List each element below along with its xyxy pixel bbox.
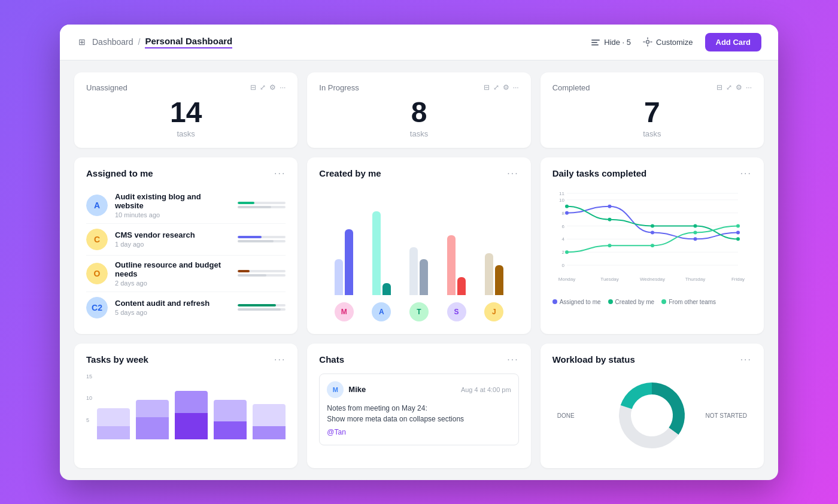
- daily-tasks-card: Daily tasks completed ··· 024681011Monda…: [541, 157, 764, 334]
- task-item: O Outline resource and budget needs 2 da…: [86, 256, 286, 292]
- task-item: C2 Content audit and refresh 5 days ago: [86, 292, 286, 323]
- hide-button[interactable]: Hide · 5: [591, 37, 631, 47]
- svg-point-24: [608, 204, 611, 208]
- svg-point-29: [608, 217, 611, 221]
- breadcrumb-separator: /: [138, 37, 141, 47]
- created-by-me-card: Created by me ··· MATSJ: [307, 157, 530, 334]
- svg-point-33: [565, 250, 569, 254]
- task-avatar-3: C2: [86, 297, 108, 318]
- svg-point-36: [693, 230, 697, 234]
- stat-header-0: Unassigned ⊟ ⤢ ⚙ ···: [86, 83, 286, 92]
- expand-icon-2[interactable]: ⤢: [726, 83, 732, 92]
- more-icon-1[interactable]: ···: [513, 83, 519, 92]
- daily-menu-button[interactable]: ···: [740, 168, 752, 179]
- bar-3-1: [457, 277, 466, 295]
- legend-dot-1: [608, 299, 613, 304]
- filter-icon-0[interactable]: ⊟: [250, 83, 256, 92]
- stacked-bar-4: [253, 404, 286, 439]
- legend-item-1: Created by me: [608, 299, 655, 305]
- created-card-header: Created by me ···: [319, 168, 518, 179]
- task-info-1: CMS vendor research 1 day ago: [115, 230, 230, 248]
- week-card-header: Tasks by week ···: [86, 354, 286, 365]
- progress-fill-top-3: [238, 304, 276, 306]
- svg-text:2: 2: [561, 250, 564, 255]
- chats-menu-button[interactable]: ···: [507, 354, 518, 365]
- customize-button[interactable]: Customize: [643, 37, 693, 47]
- task-list: A Audit existing blog and website 10 min…: [86, 187, 286, 323]
- bar-segment-1-0: [136, 417, 169, 439]
- svg-point-27: [736, 230, 740, 234]
- svg-text:11: 11: [559, 191, 564, 196]
- created-menu-button[interactable]: ···: [507, 168, 518, 179]
- progress-fill-bot-0: [238, 206, 271, 208]
- week-bar-group-4: [253, 404, 286, 439]
- donut-container: DONE NOT STARTED: [552, 374, 752, 457]
- svg-point-32: [736, 237, 740, 241]
- chat-line-1: Notes from meeting on May 24:: [327, 403, 511, 414]
- chart-bar-group-3: [447, 235, 466, 295]
- tasks-by-week-card: Tasks by week ··· 15 10 5: [74, 344, 297, 468]
- bar-4-1: [495, 265, 503, 295]
- stat-card-0: Unassigned ⊟ ⤢ ⚙ ··· 14 tasks: [74, 72, 297, 148]
- svg-text:Tuesday: Tuesday: [600, 277, 618, 282]
- task-item: C CMS vendor research 1 day ago: [86, 224, 286, 256]
- bar-wrapper-3: [447, 235, 466, 295]
- legend-label-1: Created by me: [615, 299, 655, 305]
- svg-point-35: [651, 244, 654, 247]
- dashboard-container: ⊞ Dashboard / Personal Dashboard Hide · …: [60, 25, 778, 480]
- assigned-menu-button[interactable]: ···: [274, 168, 286, 179]
- created-avatar-1: A: [372, 302, 391, 321]
- stat-label-2: tasks: [552, 129, 752, 138]
- workload-title: Workload by status: [552, 354, 635, 365]
- filter-icon-1[interactable]: ⊟: [484, 83, 490, 92]
- hide-icon: [591, 37, 600, 47]
- settings-icon-0[interactable]: ⚙: [269, 83, 276, 92]
- week-menu-button[interactable]: ···: [274, 354, 286, 365]
- task-info-3: Content audit and refresh 5 days ago: [115, 299, 230, 316]
- chat-user: M Mike: [327, 381, 366, 398]
- workload-done-label: DONE: [557, 412, 575, 418]
- progress-fill-top-0: [238, 202, 254, 204]
- chart-bar-group-1: [372, 211, 391, 295]
- task-name-2: Outline resource and budget needs: [115, 260, 230, 278]
- add-card-button[interactable]: Add Card: [705, 33, 762, 51]
- task-progress-0: [238, 202, 286, 208]
- task-name-3: Content audit and refresh: [115, 299, 230, 308]
- created-avatar-2: T: [409, 302, 429, 321]
- line-chart-legend: Assigned to meCreated by meFrom other te…: [552, 299, 752, 305]
- dashboard-icon: ⊞: [77, 37, 87, 47]
- breadcrumb-parent[interactable]: Dashboard: [92, 37, 133, 47]
- filter-icon-2[interactable]: ⊟: [716, 83, 722, 92]
- chat-item-header: M Mike Aug 4 at 4:00 pm: [327, 381, 511, 398]
- svg-point-30: [651, 224, 654, 227]
- svg-point-25: [651, 230, 654, 234]
- legend-label-2: From other teams: [669, 299, 716, 305]
- task-time-3: 5 days ago: [115, 309, 230, 316]
- more-icon-2[interactable]: ···: [746, 83, 752, 92]
- created-title: Created by me: [319, 168, 381, 178]
- bar-segment-3-1: [214, 400, 247, 422]
- task-name-1: CMS vendor research: [115, 230, 230, 239]
- chat-body: Notes from meeting on May 24: Show more …: [327, 403, 511, 438]
- task-avatar-1: C: [86, 229, 108, 250]
- settings-icon-1[interactable]: ⚙: [503, 83, 509, 92]
- progress-bar-top-3: [238, 304, 286, 306]
- more-icon-0[interactable]: ···: [280, 83, 286, 92]
- chats-title: Chats: [319, 354, 344, 365]
- bar-segment-2-0: [175, 413, 208, 439]
- progress-bar-bot-2: [238, 274, 286, 277]
- week-bars: [97, 374, 286, 439]
- chat-item: M Mike Aug 4 at 4:00 pm Notes from meeti…: [319, 374, 518, 445]
- stat-number-2: 7: [552, 98, 752, 127]
- expand-icon-1[interactable]: ⤢: [493, 83, 499, 92]
- settings-icon-2[interactable]: ⚙: [736, 83, 742, 92]
- daily-tasks-title: Daily tasks completed: [552, 168, 647, 178]
- stacked-bar-3: [214, 400, 247, 439]
- progress-fill-top-2: [238, 270, 250, 272]
- created-avatar-0: M: [335, 302, 354, 321]
- workload-menu-button[interactable]: ···: [740, 354, 752, 365]
- expand-icon-0[interactable]: ⤢: [260, 83, 266, 92]
- breadcrumb-current: Personal Dashboard: [145, 36, 232, 48]
- chat-tag[interactable]: @Tan: [327, 427, 511, 438]
- stat-card-1: In Progress ⊟ ⤢ ⚙ ··· 8 tasks: [307, 72, 530, 148]
